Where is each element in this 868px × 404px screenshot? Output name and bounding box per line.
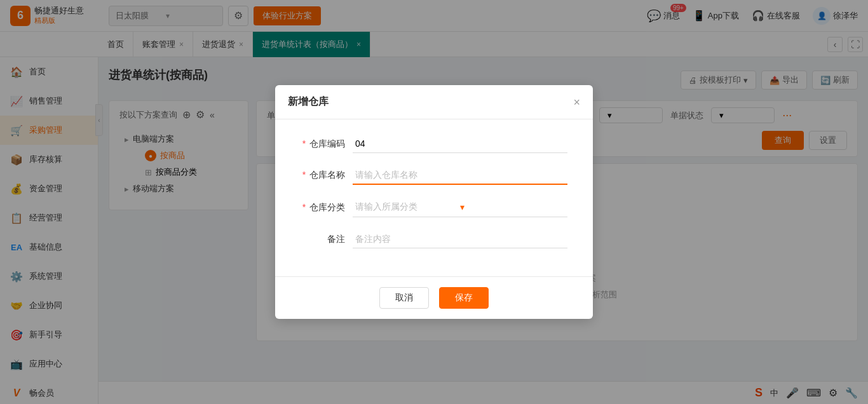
category-placeholder: 请输入所属分类	[355, 201, 460, 213]
modal-overlay: 新增仓库 × * 仓库编码 * 仓库名称	[0, 0, 868, 404]
form-row-note: 备注	[301, 230, 567, 248]
form-row-name: * 仓库名称	[301, 166, 567, 185]
modal-header: 新增仓库 ×	[275, 85, 593, 119]
form-row-category: * 仓库分类 请输入所属分类 ▾	[301, 198, 567, 217]
code-required-star: *	[302, 138, 306, 149]
code-input[interactable]	[353, 135, 567, 153]
modal-close-btn[interactable]: ×	[573, 97, 580, 108]
code-label: * 仓库编码	[301, 138, 345, 150]
save-button[interactable]: 保存	[439, 287, 489, 309]
warehouse-modal: 新增仓库 × * 仓库编码 * 仓库名称	[275, 85, 593, 319]
category-dropdown-icon: ▾	[460, 202, 565, 212]
name-required-star: *	[302, 170, 306, 180]
name-input[interactable]	[353, 166, 567, 185]
modal-body: * 仓库编码 * 仓库名称 * 仓库分类 请输入	[275, 119, 593, 276]
cancel-button[interactable]: 取消	[379, 287, 429, 309]
category-required-star: *	[302, 202, 306, 212]
category-label: * 仓库分类	[301, 202, 345, 213]
modal-footer: 取消 保存	[275, 276, 593, 319]
form-row-code: * 仓库编码	[301, 135, 567, 153]
name-label: * 仓库名称	[301, 170, 345, 181]
category-select[interactable]: 请输入所属分类 ▾	[353, 198, 567, 217]
note-label: 备注	[301, 234, 345, 245]
modal-title: 新增仓库	[288, 95, 329, 109]
note-input[interactable]	[353, 230, 567, 248]
